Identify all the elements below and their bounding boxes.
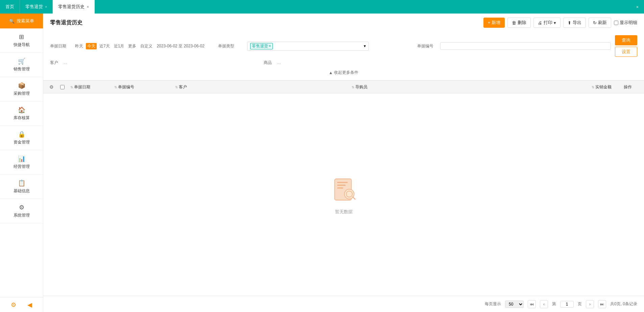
empty-state: 暂无数据 bbox=[329, 174, 359, 215]
th-number[interactable]: ⇅ 单据编号 bbox=[112, 84, 172, 90]
print-button[interactable]: 🖨 打印 ▾ bbox=[533, 18, 560, 28]
page-title-row: 零售退货历史 + 新增 🗑 删除 🖨 打印 ▾ ⬆ bbox=[50, 18, 637, 28]
filter-row-customer: 客户 ... 商品 ... bbox=[50, 60, 637, 66]
collapse-icon: ▲ bbox=[329, 70, 333, 75]
th-number-label: 单据编号 bbox=[118, 84, 134, 90]
date-option-7days[interactable]: 近7天 bbox=[98, 43, 111, 49]
delete-icon: 🗑 bbox=[512, 20, 516, 25]
date-option-custom[interactable]: 自定义 bbox=[139, 43, 154, 49]
svg-rect-2 bbox=[337, 185, 345, 186]
search-icon: 🔍 bbox=[9, 19, 15, 24]
system-icon: ⚙ bbox=[18, 204, 25, 211]
goods-input[interactable]: ... bbox=[275, 60, 283, 66]
type-tag: 零售退货 × bbox=[250, 43, 273, 49]
sidebar-search-label: 搜索菜单 bbox=[17, 18, 34, 24]
last-page-button[interactable]: ⏭ bbox=[598, 300, 606, 308]
svg-rect-3 bbox=[337, 187, 343, 189]
per-page-label: 每页显示 bbox=[485, 301, 501, 307]
content-area: 零售退货历史 + 新增 🗑 删除 🖨 打印 ▾ ⬆ bbox=[43, 14, 644, 312]
refresh-button-label: 刷新 bbox=[598, 20, 607, 26]
th-customer-sort-icon: ⇅ bbox=[175, 85, 178, 89]
export-button[interactable]: ⬆ 导出 bbox=[563, 18, 586, 28]
number-filter-input[interactable] bbox=[440, 42, 611, 50]
select-all-checkbox[interactable] bbox=[60, 85, 65, 89]
tab-retail-return-history[interactable]: 零售退货历史 × bbox=[53, 0, 94, 14]
first-page-button[interactable]: ⏮ bbox=[528, 300, 536, 308]
sidebar-item-inventory[interactable]: 🏠 库存核算 bbox=[0, 102, 43, 126]
settings-button[interactable]: 设置 bbox=[615, 47, 637, 57]
th-settings[interactable]: ⚙ bbox=[46, 84, 57, 90]
sidebar-search[interactable]: 🔍 搜索菜单 bbox=[0, 14, 43, 28]
th-date[interactable]: ⇅ 单据日期 bbox=[68, 84, 112, 90]
date-option-more[interactable]: 更多 bbox=[127, 43, 138, 49]
sidebar: 🔍 搜索菜单 ⊞ 快捷导航 🛒 销售管理 📦 采购管理 🏠 库存核算 🔒 bbox=[0, 14, 43, 312]
tab-retail-return-history-label: 零售退货历史 bbox=[58, 4, 85, 10]
th-guide-sort-icon: ⇅ bbox=[352, 85, 354, 89]
page-suffix: 页 bbox=[578, 301, 582, 307]
top-bar-close[interactable]: × bbox=[636, 4, 644, 9]
query-button-label: 查询 bbox=[622, 38, 630, 43]
new-button-label: + 新增 bbox=[488, 20, 500, 26]
new-button[interactable]: + 新增 bbox=[483, 18, 505, 28]
refresh-icon: ↻ bbox=[593, 20, 597, 25]
sidebar-item-operations[interactable]: 📊 经营管理 bbox=[0, 150, 43, 175]
date-filter-label: 单据日期 bbox=[50, 43, 74, 49]
date-options: 昨天 今天 近7天 近1月 更多 自定义 bbox=[74, 43, 154, 49]
filter-area: 单据日期 昨天 今天 近7天 近1月 更多 自定义 2023-06-02 至 2… bbox=[50, 32, 637, 80]
tab-retail-return-history-close[interactable]: × bbox=[87, 5, 89, 9]
sidebar-item-purchase-mgmt[interactable]: 📦 采购管理 bbox=[0, 77, 43, 102]
th-action-label: 操作 bbox=[624, 84, 632, 90]
tab-retail-return-close[interactable]: × bbox=[45, 5, 47, 9]
settings-gear-icon[interactable]: ⚙ bbox=[49, 84, 54, 90]
date-option-yesterday[interactable]: 昨天 bbox=[74, 43, 85, 49]
export-button-label: 导出 bbox=[573, 20, 581, 26]
page-label: 第 bbox=[552, 301, 556, 307]
date-option-today[interactable]: 今天 bbox=[86, 43, 97, 49]
tab-retail-return[interactable]: 零售退货 × bbox=[20, 0, 53, 14]
sidebar-item-system[interactable]: ⚙ 系统管理 bbox=[0, 199, 43, 223]
sidebar-item-purchase-label: 采购管理 bbox=[14, 91, 30, 96]
customer-input[interactable]: ... bbox=[61, 60, 70, 66]
type-filter-select[interactable]: 零售退货 × ▾ bbox=[247, 42, 369, 51]
sidebar-item-operations-label: 经营管理 bbox=[14, 164, 30, 170]
th-checkbox[interactable] bbox=[57, 85, 68, 89]
tab-home[interactable]: 首页 bbox=[0, 0, 20, 14]
quick-nav-icon: ⊞ bbox=[18, 33, 25, 41]
sidebar-item-sales-mgmt[interactable]: 🛒 销售管理 bbox=[0, 53, 43, 77]
date-range: 2023-06-02 至 2023-06-02 bbox=[157, 43, 204, 49]
finance-icon: 🔒 bbox=[18, 131, 25, 138]
date-option-1month[interactable]: 近1月 bbox=[113, 43, 126, 49]
query-button[interactable]: 查询 bbox=[615, 35, 637, 45]
th-guide[interactable]: ⇅ 导购员 bbox=[349, 84, 403, 90]
print-dropdown-icon: ▾ bbox=[554, 20, 556, 25]
type-tag-close[interactable]: × bbox=[269, 44, 271, 48]
type-select-arrow: ▾ bbox=[364, 44, 366, 48]
th-customer[interactable]: ⇅ 客户 bbox=[172, 84, 349, 90]
th-action: 操作 bbox=[614, 84, 641, 90]
sidebar-item-finance[interactable]: 🔒 资金管理 bbox=[0, 126, 43, 150]
delete-button[interactable]: 🗑 删除 bbox=[507, 18, 531, 28]
th-date-sort-icon: ⇅ bbox=[70, 85, 73, 89]
sidebar-item-basic-info[interactable]: 📋 基础信息 bbox=[0, 175, 43, 199]
sidebar-item-basic-label: 基础信息 bbox=[14, 188, 30, 194]
refresh-button[interactable]: ↻ 刷新 bbox=[589, 18, 611, 28]
sidebar-item-inventory-label: 库存核算 bbox=[14, 115, 30, 121]
collapse-button[interactable]: ▲ 收起更多条件 bbox=[50, 68, 637, 77]
page-header: 零售退货历史 + 新增 🗑 删除 🖨 打印 ▾ ⬆ bbox=[43, 14, 644, 81]
export-icon: ⬆ bbox=[568, 20, 571, 25]
sidebar-collapse-icon[interactable]: ◀ bbox=[27, 301, 32, 309]
page-input[interactable] bbox=[560, 301, 574, 308]
show-details-checkbox[interactable] bbox=[614, 21, 618, 25]
prev-page-button[interactable]: ‹ bbox=[540, 300, 548, 308]
sidebar-item-finance-label: 资金管理 bbox=[14, 139, 30, 145]
show-details-checkbox-label[interactable]: 显示明细 bbox=[614, 20, 637, 26]
sidebar-item-quick-nav[interactable]: ⊞ 快捷导航 bbox=[0, 28, 43, 53]
tab-home-label: 首页 bbox=[5, 4, 14, 10]
next-page-button[interactable]: › bbox=[586, 300, 594, 308]
query-settings-col: 查询 设置 bbox=[615, 35, 637, 57]
th-customer-label: 客户 bbox=[179, 84, 187, 90]
sidebar-gear-icon[interactable]: ⚙ bbox=[11, 301, 16, 309]
th-amount[interactable]: ⇅ 实销金额 bbox=[574, 84, 614, 90]
per-page-select[interactable]: 50 100 200 bbox=[505, 300, 524, 308]
table-wrapper: ⚙ ⇅ 单据日期 ⇅ 单据编号 ⇅ 客户 ⇅ bbox=[43, 81, 644, 312]
